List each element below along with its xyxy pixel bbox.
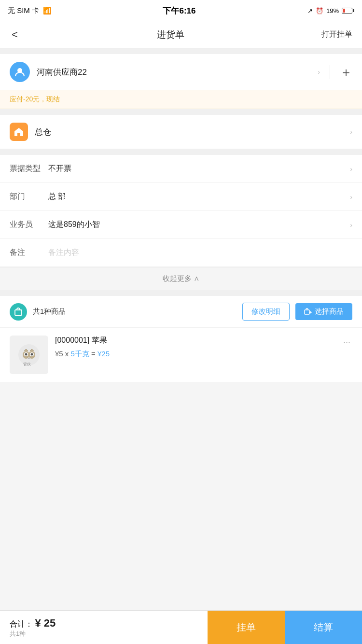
- dept-value: 总 部: [48, 192, 350, 202]
- ticket-row[interactable]: 票据类型 不开票 ›: [0, 155, 362, 183]
- warehouse-row[interactable]: 总仓 ›: [0, 115, 362, 149]
- notice-text: 应付-20元，现结: [10, 95, 60, 103]
- svg-point-8: [25, 353, 28, 356]
- collapse-label: 收起更多 ∧: [163, 274, 199, 283]
- location-icon: ↗: [307, 7, 313, 14]
- wifi-icon: 📶: [43, 7, 51, 14]
- ticket-chevron-icon: ›: [350, 165, 352, 173]
- status-time: 下午6:16: [163, 5, 195, 16]
- total-section: 合计： ¥ 25 共1种: [0, 611, 208, 644]
- product-price: ¥5 x 5千克 = ¥25: [55, 350, 334, 359]
- supplier-avatar: [10, 62, 30, 82]
- product-section: 共1种商品 修改明细 选择商品: [0, 296, 362, 382]
- bottom-bar: 合计： ¥ 25 共1种 挂单 结算: [0, 610, 362, 644]
- battery-pct: 19%: [326, 7, 339, 14]
- supplier-add-button[interactable]: ＋: [340, 64, 352, 81]
- product-qty: 5千克: [71, 350, 89, 358]
- salesman-row[interactable]: 业务员 这是859的小智 ›: [0, 211, 362, 239]
- status-bar: 无 SIM 卡 📶 下午6:16 ↗ ⏰ 19%: [0, 0, 362, 21]
- divider-1: [0, 109, 362, 115]
- dept-chevron-icon: ›: [350, 193, 352, 201]
- notice-bar: 应付-20元，现结: [0, 90, 362, 109]
- supplier-section: 河南供应商22 › ＋ 应付-20元，现结: [0, 54, 362, 109]
- total-row: 合计： ¥ 25: [10, 617, 198, 630]
- choose-product-label: 选择商品: [315, 307, 344, 316]
- back-button[interactable]: <: [10, 27, 20, 43]
- product-info: [0000001] 苹果 ¥5 x 5千克 = ¥25: [55, 336, 334, 359]
- product-header: 共1种商品 修改明细 选择商品: [0, 296, 362, 327]
- supplier-chevron-icon: ›: [318, 68, 320, 76]
- dept-row[interactable]: 部门 总 部 ›: [0, 183, 362, 211]
- top-divider: [0, 48, 362, 54]
- product-code: [0000001]: [55, 336, 89, 344]
- total-sub: 共1种: [10, 630, 198, 638]
- salesman-label: 业务员: [10, 220, 48, 230]
- svg-text:管伙: 管伙: [23, 362, 31, 366]
- warehouse-icon: [10, 123, 28, 141]
- total-label: 合计：: [10, 620, 33, 628]
- remark-row[interactable]: 备注 备注内容: [0, 239, 362, 267]
- edit-detail-button[interactable]: 修改明细: [242, 303, 290, 321]
- divider-3: [0, 290, 362, 296]
- collapse-row[interactable]: 收起更多 ∧: [0, 267, 362, 290]
- choose-product-button[interactable]: 选择商品: [295, 303, 352, 320]
- ticket-label: 票据类型: [10, 164, 48, 174]
- product-more-button[interactable]: ···: [341, 336, 352, 350]
- warehouse-name: 总仓: [35, 126, 350, 138]
- total-amount: ¥ 25: [35, 617, 56, 629]
- ticket-value: 不开票: [48, 164, 350, 174]
- divider-2: [0, 149, 362, 155]
- status-left: 无 SIM 卡 📶: [8, 6, 51, 15]
- alarm-icon: ⏰: [316, 7, 323, 14]
- remark-value[interactable]: 备注内容: [48, 248, 352, 258]
- warehouse-section: 总仓 ›: [0, 115, 362, 149]
- page-title: 进货单: [157, 28, 184, 41]
- battery-icon: [342, 8, 354, 14]
- warehouse-chevron-icon: ›: [350, 128, 352, 136]
- svg-point-9: [31, 353, 33, 356]
- dept-label: 部门: [10, 192, 48, 202]
- svg-rect-2: [305, 310, 309, 314]
- product-count-text: 共1种商品: [33, 307, 237, 316]
- product-unit-price: ¥5: [55, 350, 63, 358]
- supplier-row[interactable]: 河南供应商22 › ＋: [0, 54, 362, 90]
- supplier-v-divider: [330, 65, 330, 79]
- form-section: 票据类型 不开票 › 部门 总 部 › 业务员 这是859的小智 › 备注 备注…: [0, 155, 362, 267]
- svg-rect-1: [15, 310, 22, 315]
- open-hang-button[interactable]: 打开挂单: [321, 29, 352, 40]
- remark-label: 备注: [10, 248, 48, 258]
- product-thumbnail: 管伙: [10, 336, 48, 374]
- settle-button[interactable]: 结算: [285, 611, 362, 644]
- supplier-name: 河南供应商22: [37, 67, 318, 78]
- nav-bar: < 进货单 打开挂单: [0, 21, 362, 48]
- salesman-value: 这是859的小智: [48, 220, 350, 230]
- bottom-spacer: [0, 382, 362, 392]
- product-equals: =: [91, 350, 97, 358]
- carrier-label: 无 SIM 卡: [8, 6, 39, 15]
- hang-button[interactable]: 挂单: [208, 611, 285, 644]
- product-multiply: x: [65, 350, 71, 358]
- product-item: 管伙 [0000001] 苹果 ¥5 x 5千克 = ¥25 ···: [0, 327, 362, 382]
- status-right: ↗ ⏰ 19%: [307, 7, 354, 14]
- product-name: [0000001] 苹果: [55, 336, 334, 346]
- product-title: 苹果: [92, 336, 107, 344]
- product-total: ¥25: [97, 350, 110, 358]
- product-count-icon: [10, 303, 27, 321]
- salesman-chevron-icon: ›: [350, 221, 352, 229]
